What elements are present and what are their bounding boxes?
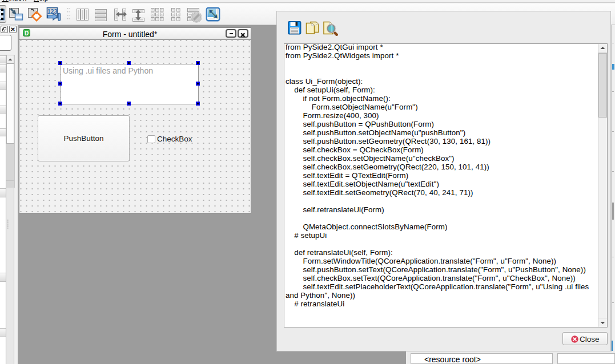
svg-text:123: 123 [47, 8, 58, 15]
